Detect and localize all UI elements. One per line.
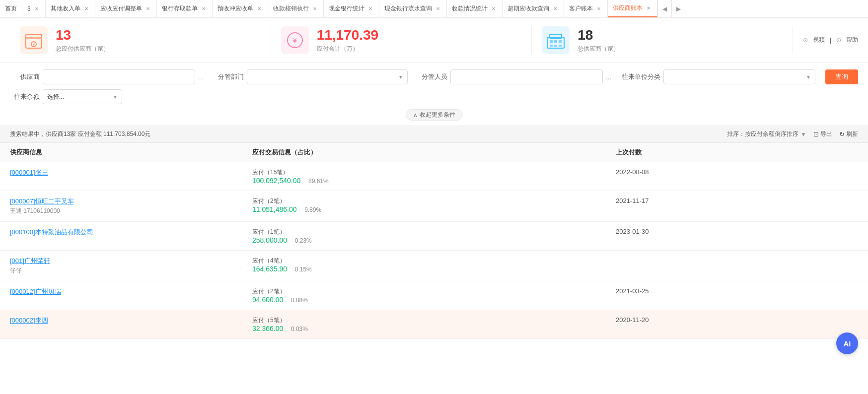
nav-bank-close[interactable]: ✕: [200, 5, 207, 12]
refresh-label: 刷新: [846, 130, 858, 138]
nav-other-income[interactable]: 其他收入单 ✕: [46, 0, 95, 17]
svg-rect-1: [26, 37, 42, 39]
dept-select[interactable]: ▼: [247, 69, 408, 84]
nav-supplier-ledger-close[interactable]: ✕: [645, 5, 652, 12]
supplier-table: 供应商信息 应付交易信息（占比） 上次付数 [000001]张三 应付（15笔）…: [0, 143, 868, 394]
payable-amount-2[interactable]: 258,000.00: [252, 236, 287, 244]
person-input[interactable]: [450, 69, 603, 84]
nav-prepay-ar[interactable]: 预收冲应收单 ✕: [213, 0, 268, 17]
payable-label-2: 应付（1笔）: [252, 228, 616, 236]
nav-ar-ap-close[interactable]: ✕: [145, 5, 151, 12]
payable-suppliers-icon: ¥: [20, 26, 48, 54]
nav-tab3-label: 3: [27, 5, 31, 12]
payable-suppliers-number: 13: [56, 27, 109, 44]
supplier-info-5: [000002]李四: [10, 316, 252, 325]
nav-home[interactable]: 首页: [0, 0, 22, 17]
total-suppliers-icon: [542, 26, 570, 54]
person-dots[interactable]: ...: [606, 73, 612, 81]
category-select[interactable]: ▼: [663, 69, 816, 84]
nav-overdue-ar[interactable]: 超期应收款查询 ✕: [503, 0, 564, 17]
payable-amount-1[interactable]: 11,051,486.00: [252, 205, 297, 213]
last-payment-1: 2021-11-17: [616, 197, 858, 204]
payable-label-3: 应付（4笔）: [252, 257, 616, 265]
nav-overdue-ar-close[interactable]: ✕: [552, 5, 559, 12]
nav-supplier-ledger[interactable]: 供应商账本 ✕: [608, 0, 657, 17]
payable-amount-5[interactable]: 32,366.00: [252, 325, 283, 332]
sort-select[interactable]: 排序：按应付余额倒序排序 ▼: [727, 130, 806, 138]
supplier-dots[interactable]: ...: [198, 73, 204, 81]
nav-cash-stat-close[interactable]: ✕: [367, 5, 374, 12]
table-row: [000012]广州贝瑞 应付（2笔） 94,600.00 0.08% 2021…: [0, 281, 868, 310]
supplier-link-5[interactable]: [000002]李四: [10, 316, 252, 325]
nav-customer-ledger-close[interactable]: ✕: [595, 5, 602, 12]
last-payment-4: 2021-03-25: [616, 287, 858, 295]
table-body: [000001]张三 应付（15笔） 100,092,540.00 89.61%…: [0, 162, 868, 394]
supplier-link-1[interactable]: [000007]恒旺二手叉车: [10, 197, 252, 206]
payable-info-2: 应付（1笔） 258,000.00 0.23%: [252, 228, 616, 244]
export-button[interactable]: ⊡ 导出: [813, 130, 832, 138]
payable-info-5: 应付（5笔） 32,366.00 0.03%: [252, 316, 616, 332]
payable-amount-0[interactable]: 100,092,540.00: [252, 177, 300, 185]
nav-cash-stat[interactable]: 现金银行统计 ✕: [324, 0, 379, 17]
balance-select-value: 选择...: [47, 93, 64, 101]
collapse-label: 收起更多条件: [420, 111, 455, 119]
last-payment-5: 2020-11-20: [616, 316, 858, 324]
supplier-label: 供应商: [10, 72, 40, 81]
nav-ar-ap-adjust[interactable]: 应收应付调整单 ✕: [95, 0, 157, 17]
balance-select[interactable]: 选择... ▼: [43, 89, 122, 104]
nav-receipt-verify-close[interactable]: ✕: [311, 5, 318, 12]
nav-other-income-close[interactable]: ✕: [83, 5, 90, 12]
result-summary: 搜索结果中，供应商13家 应付金额 111,703,854.00元: [10, 130, 150, 138]
svg-text:¥: ¥: [292, 36, 297, 44]
nav-customer-ledger[interactable]: 客户账本 ✕: [564, 0, 608, 17]
nav-cash-flow-close[interactable]: ✕: [434, 5, 441, 12]
payable-suppliers-label: 总应付供应商（家）: [56, 45, 109, 53]
nav-tab3[interactable]: 3 ✕: [22, 0, 46, 17]
balance-label: 往来余额: [10, 92, 40, 101]
payable-percent-2: 0.23%: [295, 237, 312, 244]
nav-receipt-stat-label: 收款情况统计: [452, 4, 488, 13]
sort-label: 排序：按应付余额倒序排序: [727, 130, 798, 138]
payable-label-5: 应付（5笔）: [252, 316, 616, 325]
supplier-input[interactable]: [43, 69, 195, 84]
nav-arrow-left[interactable]: ◀: [657, 0, 671, 17]
ai-button[interactable]: Ai: [836, 332, 858, 354]
query-button[interactable]: 查询: [825, 69, 858, 84]
video-link[interactable]: 视频: [813, 36, 825, 44]
payable-amount-4[interactable]: 94,600.00: [252, 296, 283, 304]
svg-rect-11: [550, 45, 553, 47]
nav-bank-deposit[interactable]: 银行存取款单 ✕: [157, 0, 213, 17]
last-payment-0: 2022-08-08: [616, 168, 858, 176]
supplier-link-0[interactable]: [000001]张三: [10, 168, 252, 177]
nav-receipt-stat-close[interactable]: ✕: [490, 5, 497, 12]
header-separator: |: [830, 37, 831, 44]
payable-percent-5: 0.03%: [291, 326, 308, 332]
balance-field: 往来余额 选择... ▼: [10, 89, 858, 104]
nav-supplier-ledger-label: 供应商账本: [613, 4, 643, 12]
supplier-link-4[interactable]: [000012]广州贝瑞: [10, 287, 252, 296]
help-link[interactable]: 帮助: [846, 36, 858, 44]
nav-prepay-close[interactable]: ✕: [256, 5, 263, 12]
payable-percent-1: 9.89%: [304, 206, 321, 213]
payable-label-4: 应付（2笔）: [252, 287, 616, 296]
nav-arrow-right[interactable]: ▶: [671, 0, 685, 17]
supplier-info-0: [000001]张三: [10, 168, 252, 177]
nav-cash-flow[interactable]: 现金银行流水查询 ✕: [379, 0, 447, 17]
table-row: [000002]李四 应付（5笔） 32,366.00 0.03% 2020-1…: [0, 310, 868, 339]
supplier-link-3[interactable]: [001]广州荣轩: [10, 257, 252, 265]
dept-label: 分管部门: [214, 72, 244, 81]
payable-amount-3[interactable]: 164,635.90: [252, 265, 287, 273]
nav-receipt-stat[interactable]: 收款情况统计 ✕: [447, 0, 503, 17]
supplier-link-2[interactable]: [000100]本特勤油品有限公司: [10, 228, 252, 237]
payable-label-1: 应付（2笔）: [252, 197, 616, 205]
table-row: [000100]本特勤油品有限公司 应付（1笔） 258,000.00 0.23…: [0, 222, 868, 251]
result-bar: 搜索结果中，供应商13家 应付金额 111,703,854.00元 排序：按应付…: [0, 126, 868, 143]
svg-rect-10: [559, 40, 562, 43]
collapse-button[interactable]: ∧ 收起更多条件: [406, 109, 463, 121]
nav-customer-ledger-label: 客户账本: [569, 4, 593, 13]
refresh-button[interactable]: ↻ 刷新: [839, 130, 858, 138]
nav-tab3-close[interactable]: ✕: [33, 5, 40, 12]
payable-info-0: 应付（15笔） 100,092,540.00 89.61%: [252, 168, 616, 185]
nav-receipt-verify[interactable]: 收款核销执行 ✕: [268, 0, 324, 17]
table-row: [000001]张三 应付（15笔） 100,092,540.00 89.61%…: [0, 162, 868, 191]
